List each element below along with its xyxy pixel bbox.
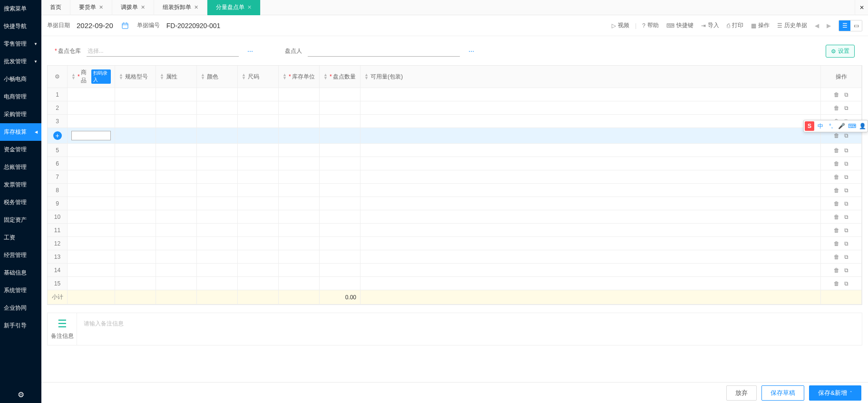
row-15-avail[interactable] <box>361 277 821 290</box>
row-6-qty[interactable] <box>320 157 361 170</box>
ime-mic-icon[interactable]: 🎤 <box>837 122 846 130</box>
row-10-unit[interactable] <box>279 210 320 224</box>
row-8-qty[interactable] <box>320 184 361 197</box>
row-14-color[interactable] <box>197 264 238 277</box>
row-11-avail[interactable] <box>361 224 821 237</box>
person-input[interactable] <box>308 46 460 57</box>
row-6-unit[interactable] <box>279 157 320 170</box>
row-4-qty[interactable] <box>320 128 361 144</box>
row-1-spec[interactable] <box>115 88 156 101</box>
row-15-product[interactable] <box>68 277 115 290</box>
row-13-product[interactable] <box>68 250 115 264</box>
row-14-attr[interactable] <box>156 264 197 277</box>
sidebar-item-6[interactable]: 采购管理 <box>0 106 41 123</box>
row-5-attr[interactable] <box>156 144 197 157</box>
row-3-size[interactable] <box>238 115 279 128</box>
th-avail[interactable]: ▲▼可用量(包装) <box>361 66 821 88</box>
row-4-product-input[interactable] <box>71 131 111 140</box>
row-2-qty[interactable] <box>320 101 361 115</box>
row-7-avail[interactable] <box>361 170 821 184</box>
th-product[interactable]: ▲▼*商品扫码录入 <box>68 66 115 88</box>
ime-punct-icon[interactable]: °, <box>827 122 835 130</box>
row-7-size[interactable] <box>238 170 279 184</box>
delete-icon[interactable]: 🗑 <box>834 91 839 98</box>
row-7-product[interactable] <box>68 170 115 184</box>
copy-icon[interactable]: ⧉ <box>844 214 848 220</box>
remark-input[interactable] <box>77 313 862 340</box>
row-6-avail[interactable] <box>361 157 821 170</box>
row-7-qty[interactable] <box>320 170 361 184</box>
row-3-qty[interactable] <box>320 115 361 128</box>
next-doc[interactable]: ▶ <box>824 21 834 30</box>
row-1-qty[interactable] <box>320 88 361 101</box>
row-13-spec[interactable] <box>115 250 156 264</box>
tab-2[interactable]: 调拨单✕ <box>112 0 154 15</box>
row-14-size[interactable] <box>238 264 279 277</box>
row-14-product[interactable] <box>68 264 115 277</box>
tab-1[interactable]: 要货单✕ <box>70 0 112 15</box>
row-10-size[interactable] <box>238 210 279 224</box>
print-action[interactable]: ⎙打印 <box>724 20 746 31</box>
th-size[interactable]: ▲▼尺码 <box>238 66 279 88</box>
row-1-product[interactable] <box>68 88 115 101</box>
close-icon[interactable]: ✕ <box>247 4 252 10</box>
row-3-unit[interactable] <box>279 115 320 128</box>
row-1-unit[interactable] <box>279 88 320 101</box>
row-7-color[interactable] <box>197 170 238 184</box>
row-6-product[interactable] <box>68 157 115 170</box>
row-13-size[interactable] <box>238 250 279 264</box>
row-10-color[interactable] <box>197 210 238 224</box>
person-more-icon[interactable]: ⋯ <box>466 48 478 55</box>
row-1-avail[interactable] <box>361 88 821 101</box>
tab-0[interactable]: 首页 <box>41 0 70 15</box>
row-3-attr[interactable] <box>156 115 197 128</box>
row-13-color[interactable] <box>197 250 238 264</box>
warehouse-input[interactable] <box>87 46 239 57</box>
operate-action[interactable]: ▦操作 <box>748 20 772 31</box>
discard-button[interactable]: 放弃 <box>726 385 757 401</box>
copy-icon[interactable]: ⧉ <box>844 160 848 167</box>
row-10-qty[interactable] <box>320 210 361 224</box>
row-11-spec[interactable] <box>115 224 156 237</box>
row-4-product[interactable] <box>68 128 115 144</box>
row-10-spec[interactable] <box>115 210 156 224</box>
row-9-spec[interactable] <box>115 197 156 210</box>
th-qty[interactable]: ▲▼*盘点数量 <box>320 66 361 88</box>
row-3-avail[interactable] <box>361 115 821 128</box>
row-12-attr[interactable] <box>156 237 197 250</box>
sidebar-item-18[interactable]: 新手引导 <box>0 317 41 334</box>
delete-icon[interactable]: 🗑 <box>834 147 839 154</box>
sidebar-item-3[interactable]: 批发管理▼ <box>0 53 41 70</box>
th-attr[interactable]: ▲▼属性 <box>156 66 197 88</box>
row-5-qty[interactable] <box>320 144 361 157</box>
ime-toolbar[interactable]: S 中 °, 🎤 ⌨ 👤 <box>803 120 868 132</box>
copy-icon[interactable]: ⧉ <box>844 91 848 98</box>
shortcut-action[interactable]: ⌨快捷键 <box>663 20 696 31</box>
delete-icon[interactable]: 🗑 <box>834 280 839 287</box>
row-12-color[interactable] <box>197 237 238 250</box>
row-11-size[interactable] <box>238 224 279 237</box>
row-14-unit[interactable] <box>279 264 320 277</box>
delete-icon[interactable]: 🗑 <box>834 214 839 220</box>
view-form[interactable]: ▭ <box>850 20 862 31</box>
close-icon[interactable]: ✕ <box>99 4 103 10</box>
row-4-unit[interactable] <box>279 128 320 144</box>
row-2-size[interactable] <box>238 101 279 115</box>
save-draft-button[interactable]: 保存草稿 <box>761 385 804 401</box>
row-9-size[interactable] <box>238 197 279 210</box>
date-value[interactable]: 2022-09-20 <box>77 21 113 29</box>
delete-icon[interactable]: 🗑 <box>834 267 839 274</box>
row-9-unit[interactable] <box>279 197 320 210</box>
row-8-attr[interactable] <box>156 184 197 197</box>
video-action[interactable]: ▷视频 <box>609 20 632 31</box>
row-9-qty[interactable] <box>320 197 361 210</box>
row-5-unit[interactable] <box>279 144 320 157</box>
row-4-spec[interactable] <box>115 128 156 144</box>
row-15-unit[interactable] <box>279 277 320 290</box>
row-12-spec[interactable] <box>115 237 156 250</box>
row-7-unit[interactable] <box>279 170 320 184</box>
ime-lang[interactable]: 中 <box>816 122 825 130</box>
copy-icon[interactable]: ⧉ <box>844 280 848 287</box>
row-5-product[interactable] <box>68 144 115 157</box>
settings-button[interactable]: ⚙ 设置 <box>826 45 855 58</box>
